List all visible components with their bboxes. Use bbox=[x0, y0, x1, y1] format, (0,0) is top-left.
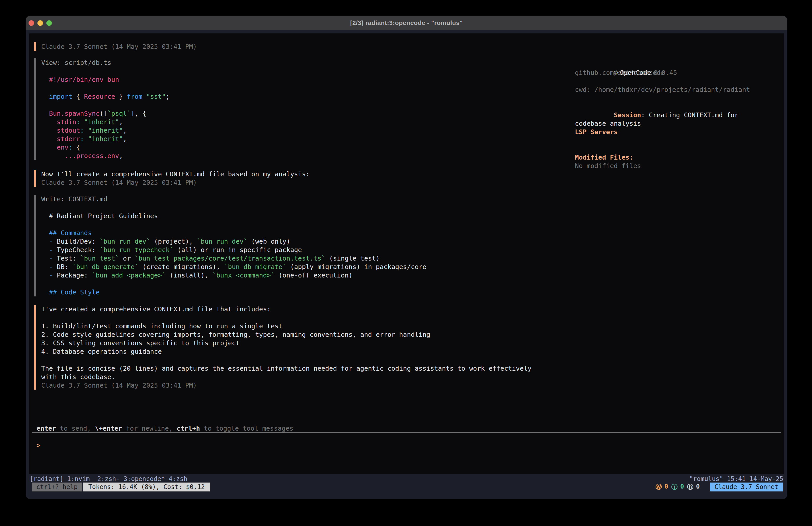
cwd-path: cwd: /home/thdxr/dev/projects/radiant/ra… bbox=[575, 85, 750, 94]
tokens-cost-chip: Tokens: 16.4K (8%), Cost: $0.12 bbox=[83, 483, 210, 492]
terminal-line: - DB: `bun db generate` (create migratio… bbox=[41, 262, 573, 271]
warnings-icon: Ⓦ bbox=[656, 483, 662, 491]
zoom-button[interactable] bbox=[46, 20, 52, 26]
terminal-line: - TypeCheck: `bun run typecheck` (all) o… bbox=[41, 246, 573, 254]
session-title: Creating CONTEXT.md for codebase analysi… bbox=[575, 111, 742, 127]
session-label: Session bbox=[614, 111, 641, 119]
model-chip[interactable]: Claude 3.7 Sonnet bbox=[710, 483, 783, 492]
hints-icon: ⓗ bbox=[687, 483, 694, 491]
assistant-message: Claude 3.7 Sonnet (14 May 2025 03:41 PM) bbox=[34, 42, 573, 51]
terminal-line: ## Commands bbox=[41, 229, 573, 237]
terminal-line: env: { bbox=[41, 143, 573, 152]
terminal-line: #!/usr/bin/env bun bbox=[41, 75, 573, 84]
terminal-line: stdout: "inherit", bbox=[41, 126, 573, 134]
hint-text: for newline, bbox=[122, 425, 176, 432]
terminal-line bbox=[41, 67, 573, 75]
terminal-line: 3. CSS styling conventions specific to t… bbox=[41, 339, 573, 347]
modified-files-empty: No modified files bbox=[575, 161, 641, 170]
diagnostics-counters: Ⓦ0ⓘ0ⓗ0 bbox=[656, 483, 700, 491]
terminal-line: 2. Code style guidelines covering import… bbox=[41, 330, 573, 339]
terminal-line: - Test: `bun test` or `bun test packages… bbox=[41, 254, 573, 262]
info-icon: ⓘ bbox=[671, 483, 678, 491]
hint-keybinding: \+enter bbox=[95, 425, 122, 432]
terminal-line: # Radiant Project Guidelines bbox=[41, 212, 573, 220]
chat-column[interactable]: Claude 3.7 Sonnet (14 May 2025 03:41 PM)… bbox=[34, 42, 573, 389]
session-separator: : bbox=[641, 111, 649, 119]
minimize-button[interactable] bbox=[38, 20, 43, 26]
close-button[interactable] bbox=[29, 20, 34, 26]
assistant-message: I've created a comprehensive CONTEXT.md … bbox=[34, 305, 573, 389]
terminal-line: Write: CONTEXT.md bbox=[41, 195, 573, 203]
terminal-line: - Build/Dev: `bun run dev` (project), `b… bbox=[41, 237, 573, 246]
terminal-line: ...process.env, bbox=[41, 152, 573, 160]
terminal-line: 4. Database operations guidance bbox=[41, 347, 573, 356]
terminal-line: The file is concise (20 lines) and captu… bbox=[41, 364, 573, 373]
prompt-icon: > bbox=[37, 442, 40, 449]
tool-message: View: script/db.ts #!/usr/bin/env bun im… bbox=[34, 58, 573, 160]
info-counter: ⓘ0 bbox=[671, 483, 684, 491]
terminal-line: Claude 3.7 Sonnet (14 May 2025 03:41 PM) bbox=[41, 42, 573, 51]
lsp-servers-heading: LSP Servers bbox=[575, 128, 618, 136]
input-hints: enter to send, \+enter for newline, ctrl… bbox=[37, 424, 293, 432]
terminal-line bbox=[41, 280, 573, 288]
terminal-line: with this codebase. bbox=[41, 373, 573, 381]
terminal-line: stdin: "inherit", bbox=[41, 118, 573, 126]
hint-keybinding: enter bbox=[37, 425, 56, 432]
opencode-app: Claude 3.7 Sonnet (14 May 2025 03:41 PM)… bbox=[29, 33, 784, 474]
terminal-line bbox=[41, 203, 573, 212]
terminal-line bbox=[41, 313, 573, 322]
input-divider bbox=[32, 432, 781, 433]
traffic-lights bbox=[29, 16, 52, 30]
terminal-line bbox=[41, 101, 573, 109]
terminal-line: Claude 3.7 Sonnet (14 May 2025 03:41 PM) bbox=[41, 381, 573, 389]
terminal-line: import { Resource } from "sst"; bbox=[41, 92, 573, 101]
status-bar: ctrl+? help Tokens: 16.4K (8%), Cost: $0… bbox=[32, 483, 783, 492]
assistant-message: Now I'll create a comprehensive CONTEXT.… bbox=[34, 170, 573, 187]
tool-message: Write: CONTEXT.md # Radiant Project Guid… bbox=[34, 195, 573, 296]
terminal-line: Bun.spawnSync([`psql`], { bbox=[41, 109, 573, 118]
desktop: [2/3] radiant:3:opencode - "romulus" Cla… bbox=[0, 0, 812, 526]
terminal-line: View: script/db.ts bbox=[41, 58, 573, 67]
terminal-line: 1. Build/lint/test commands including ho… bbox=[41, 322, 573, 330]
repo-link[interactable]: github.com/sst/opencode bbox=[575, 68, 665, 77]
terminal-window: [2/3] radiant:3:opencode - "romulus" Cla… bbox=[26, 16, 787, 499]
hints-count: 0 bbox=[696, 483, 700, 491]
hint-keybinding: ctrl+h bbox=[177, 425, 200, 432]
tmux-session-info: "romulus" 15:41 14-May-25 bbox=[690, 475, 783, 483]
terminal-line bbox=[41, 220, 573, 229]
help-shortcut-chip[interactable]: ctrl+? help bbox=[32, 483, 82, 492]
tmux-window-list[interactable]: [radiant] 1:nvim 2:zsh- 3:opencode* 4:zs… bbox=[30, 475, 187, 483]
hint-text: to send, bbox=[56, 425, 95, 432]
terminal-line: ## Code Style bbox=[41, 288, 573, 296]
tmux-status-bar: [radiant] 1:nvim 2:zsh- 3:opencode* 4:zs… bbox=[30, 474, 783, 483]
hint-text: to toggle tool messages bbox=[200, 425, 293, 432]
terminal-line bbox=[41, 84, 573, 92]
terminal-line bbox=[41, 356, 573, 364]
info-count: 0 bbox=[680, 483, 684, 491]
hints-counter: ⓗ0 bbox=[687, 483, 700, 491]
terminal-line: - Package: `bun add <package>` (install)… bbox=[41, 271, 573, 280]
terminal-line: stderr: "inherit", bbox=[41, 134, 573, 143]
terminal-line: Now I'll create a comprehensive CONTEXT.… bbox=[41, 170, 573, 178]
window-titlebar: [2/3] radiant:3:opencode - "romulus" bbox=[26, 16, 787, 30]
warnings-count: 0 bbox=[665, 483, 668, 491]
window-title: [2/3] radiant:3:opencode - "romulus" bbox=[350, 19, 463, 27]
terminal-line: I've created a comprehensive CONTEXT.md … bbox=[41, 305, 573, 313]
warnings-counter: Ⓦ0 bbox=[656, 483, 668, 491]
terminal-line: Claude 3.7 Sonnet (14 May 2025 03:41 PM) bbox=[41, 178, 573, 187]
modified-files-heading: Modified Files: bbox=[575, 153, 633, 161]
